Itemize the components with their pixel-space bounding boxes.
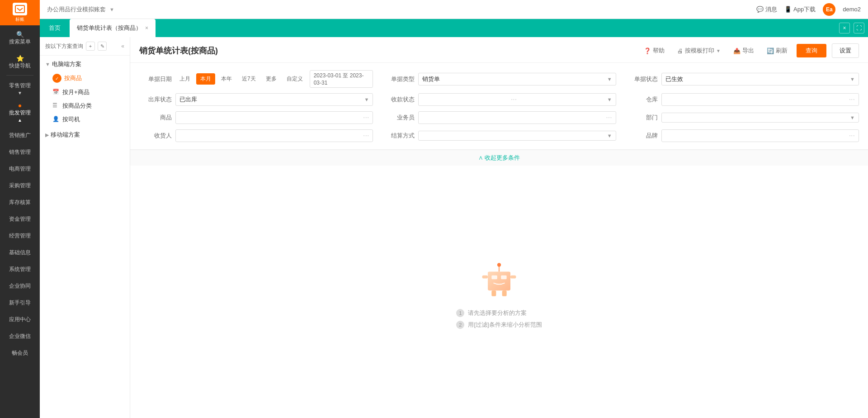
collapse-arrow-icon: ▶ [45,132,49,138]
scheme-by-product[interactable]: ✓ 按商品 [40,71,130,86]
receiver-dots-icon[interactable]: ··· [363,132,369,140]
scheme-by-driver[interactable]: 👤 按司机 [40,113,130,126]
scheme-by-month-product[interactable]: 📅 按月+商品 [40,86,130,99]
staff-select[interactable]: ··· [418,111,616,124]
payment-dots-icon[interactable]: ··· [511,95,517,104]
date-tab-more[interactable]: 更多 [262,73,281,85]
settle-select[interactable]: ▼ [418,131,616,141]
brand-label: 品牌 [625,132,661,140]
sidebar-item-enterprise[interactable]: 企业协同 [0,278,40,294]
warehouse-control: 已出库 ▼ [175,93,373,106]
collapse-more-button[interactable]: ∧ 收起更多条件 [130,150,868,166]
sidebar-item-sales[interactable]: 销售管理 [0,144,40,161]
date-tab-lastmonth[interactable]: 上月 [175,73,194,85]
staff-dots-icon[interactable]: ··· [606,114,612,122]
date-tabs: 上月 本月 本年 近7天 更多 自定义 [175,73,307,85]
dept-select[interactable]: ▼ [661,113,859,123]
export-button[interactable]: 📤 导出 [730,45,758,57]
desktop-scheme-root[interactable]: ▼ 电脑端方案 [40,57,130,71]
person-icon: 👤 [52,116,60,123]
payment-select[interactable]: ··· ▼ [418,93,616,106]
filter-row-2: 出库状态 已出库 ▼ 收款状态 [139,93,859,106]
sidebar-item-wholesale[interactable]: 批发管理 ▲ [0,100,40,127]
tab-home[interactable]: 首页 [40,19,70,37]
query-button[interactable]: 查询 [797,44,826,57]
storage-select[interactable]: ··· [661,93,859,106]
panel-header-label: 按以下方案查询 [45,43,83,50]
scheme-by-category[interactable]: ☰ 按商品分类 [40,99,130,113]
expand-arrow-icon: ▼ [45,62,50,67]
hint-text-1: 请先选择要分析的方案 [468,309,527,317]
sidebar-item-ecom[interactable]: 电商管理 [0,161,40,177]
filter-staff-field: 业务员 ··· [382,111,616,124]
settings-button[interactable]: 设置 [832,43,859,58]
date-tab-7days[interactable]: 近7天 [238,73,260,85]
sidebar-item-stock[interactable]: 库存核算 [0,194,40,211]
mobile-scheme-label: 移动端方案 [51,131,80,139]
brand-dots-icon[interactable]: ··· [849,132,855,140]
warehouse-select[interactable]: 已出库 ▼ [175,93,373,106]
scheme-by-driver-label: 按司机 [62,115,80,124]
sidebar-quicknav[interactable]: ⭐ 快捷导航 [0,51,40,73]
tab-sales-stat[interactable]: 销货单统计表（按商品） × [70,19,156,37]
app-download-button[interactable]: 📱 App下载 [784,5,816,14]
tab-close-button[interactable]: × [145,25,148,31]
sidebar-item-member[interactable]: 畅会员 [0,345,40,361]
date-tab-thismonth[interactable]: 本月 [196,73,215,85]
tabbar: 首页 销货单统计表（按商品） × × ⛶ [40,19,868,37]
settle-label: 结算方式 [382,132,418,140]
storage-dots-icon[interactable]: ··· [849,95,855,104]
tab-close-all-button[interactable]: × [839,23,850,33]
sidebar-item-newguide[interactable]: 新手引导 [0,294,40,311]
mobile-scheme-root[interactable]: ▶ 移动端方案 [40,128,130,142]
date-control: 上月 本月 本年 近7天 更多 自定义 2023-03-01 至 2023-03… [175,70,373,88]
empty-state: 1 请先选择要分析的方案 2 用[过滤]条件来缩小分析范围 [130,166,868,418]
message-button[interactable]: 💬 消息 [756,5,777,14]
add-scheme-button[interactable]: + [86,42,95,51]
topbar-right: 💬 消息 📱 App下载 Ea demo2 [756,3,861,16]
date-range-display[interactable]: 2023-03-01 至 2023-03-31 [310,70,373,88]
print-button[interactable]: 🖨 按模板打印 ▼ [674,45,724,57]
date-tab-custom[interactable]: 自定义 [283,73,307,85]
date-tab-thisyear[interactable]: 本年 [217,73,236,85]
hint-text-2: 用[过滤]条件来缩小分析范围 [468,321,542,329]
receiver-control: ··· [175,129,373,142]
tab-maximize-button[interactable]: ⛶ [854,23,864,33]
sidebar-item-operations[interactable]: 经营管理 [0,228,40,244]
brand-select[interactable]: ··· [661,129,859,142]
receiver-select[interactable]: ··· [175,129,373,142]
sidebar-search[interactable]: 🔍 搜索菜单 [0,25,40,51]
sidebar-item-appcenter[interactable]: 应用中心 [0,311,40,328]
goods-dots-icon[interactable]: ··· [363,114,369,122]
right-panel: 销货单统计表(按商品) ❓ 帮助 🖨 按模板打印 ▼ 📤 导出 [130,37,868,418]
empty-illustration [476,255,522,300]
goods-control: ··· [175,111,373,124]
refresh-button[interactable]: 🔄 刷新 [763,45,791,57]
sidebar-item-finance[interactable]: 资金管理 [0,211,40,228]
svg-rect-0 [15,5,24,13]
sidebar-item-system[interactable]: 系统管理 [0,261,40,278]
collapse-more-label: ∧ 收起更多条件 [478,154,520,161]
sidebar-item-wechat[interactable]: 企业微信 [0,328,40,345]
tabbar-controls: × ⛶ [839,23,868,33]
svg-rect-8 [491,290,496,296]
doctype-select[interactable]: 销货单 ▼ [418,73,616,86]
app-logo: 标账 [0,0,40,25]
collapse-panel-button[interactable]: « [121,43,124,49]
goods-select[interactable]: ··· [175,111,373,124]
filter-doctype-field: 单据类型 销货单 ▼ [382,73,616,86]
sidebar-item-marketing[interactable]: 营销推广 [0,127,40,144]
filter-row-1: 单据日期 上月 本月 本年 近7天 更多 自定义 2023-03-01 至 20… [139,70,859,88]
avatar[interactable]: Ea [823,3,835,16]
edit-scheme-button[interactable]: ✎ [98,42,107,51]
warehouse-value: 已出库 [179,95,197,104]
help-button[interactable]: ❓ 帮助 [640,45,668,57]
sidebar-divider [6,75,33,76]
sidebar-item-basic-info[interactable]: 基础信息 [0,244,40,261]
hint-row-2: 2 用[过滤]条件来缩小分析范围 [456,321,542,329]
sidebar-item-retail[interactable]: 零售管理 ▼ [0,77,40,100]
filter-warehouse-field: 出库状态 已出库 ▼ [139,93,373,106]
sidebar-item-purchase[interactable]: 采购管理 [0,177,40,194]
docstatus-select[interactable]: 已生效 ▼ [661,73,859,86]
dropdown-icon[interactable]: ▼ [109,7,114,12]
